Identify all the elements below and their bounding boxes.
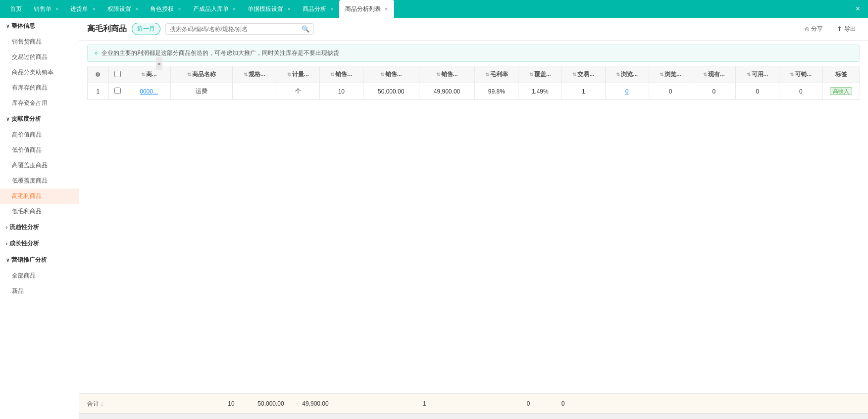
sort-icon: ⇅ (141, 72, 145, 77)
row-code[interactable]: 0000... (127, 83, 171, 100)
row-current-stock: 0 (692, 83, 736, 100)
nav-template-settings[interactable]: 单据模板设置 × (242, 0, 296, 18)
search-box[interactable]: 🔍 (165, 23, 314, 35)
sidebar-group-marketing[interactable]: ∨ 营销推广分析 (0, 252, 79, 268)
col-checkbox[interactable] (108, 66, 127, 83)
col-views1[interactable]: ⇅浏览... (605, 66, 649, 83)
sidebar-item-sales-goods[interactable]: 销售货商品 (0, 34, 79, 49)
chevron-right-icon: › (6, 241, 7, 246)
col-sellable[interactable]: ⇅可销... (779, 66, 822, 83)
close-icon[interactable]: × (178, 6, 181, 12)
sidebar-item-high-margin[interactable]: 高毛利商品 (0, 188, 79, 204)
nav-permission-settings[interactable]: 权限设置 × (102, 0, 144, 18)
row-gross-margin: 99.8% (475, 83, 518, 100)
sort-icon: ⇅ (436, 72, 440, 77)
sidebar-item-low-coverage[interactable]: 低覆盖度商品 (0, 173, 79, 188)
close-icon[interactable]: × (330, 6, 333, 12)
close-icon[interactable]: × (92, 6, 95, 12)
content-area: « 高毛利商品 近一月 🔍 ⎋ 分享 ⬆ 导出 ✧ (79, 18, 868, 419)
export-button[interactable]: ⬆ 导出 (833, 23, 860, 35)
sidebar-item-traded-goods[interactable]: 交易过的商品 (0, 49, 79, 65)
total-available: 0 (546, 400, 580, 407)
nav-purchase-order[interactable]: 进货单 × (64, 0, 101, 18)
nav-role-auth[interactable]: 角色授权 × (144, 0, 187, 18)
sidebar-item-category-sales-rate[interactable]: 商品分类助销率 (0, 65, 79, 80)
sort-icon: ⇅ (660, 72, 664, 77)
search-icon: 🔍 (302, 25, 309, 33)
col-sales-profit[interactable]: ⇅销售... (419, 66, 475, 83)
col-unit[interactable]: ⇅计量... (276, 66, 320, 83)
col-sales-qty[interactable]: ⇅销售... (319, 66, 363, 83)
col-code[interactable]: ⇅商... (127, 66, 171, 83)
sidebar-item-all-goods[interactable]: 全部商品 (0, 268, 79, 283)
sort-icon: ⇅ (529, 72, 533, 77)
chevron-down-icon: ∨ (6, 257, 9, 263)
total-label: 合计： (87, 400, 105, 408)
col-tag: 标签 (822, 66, 860, 83)
sidebar-item-in-stock-goods[interactable]: 有库存的商品 (0, 80, 79, 95)
total-sales-qty: 10 (214, 400, 249, 407)
col-views2[interactable]: ⇅浏览... (649, 66, 692, 83)
col-spec[interactable]: ⇅规格... (233, 66, 276, 83)
row-checkbox[interactable] (114, 88, 121, 94)
close-icon[interactable]: × (135, 6, 138, 12)
total-values: 10 50,000.00 49,900.00 1 0 0 (115, 400, 860, 407)
row-transactions: 1 (562, 83, 606, 100)
col-transactions[interactable]: ⇅交易... (562, 66, 606, 83)
nav-product-analysis[interactable]: 商品分析 × (297, 0, 339, 18)
nav-home[interactable]: 首页 (4, 0, 28, 18)
col-sales-amount[interactable]: ⇅销售... (363, 66, 419, 83)
close-icon[interactable]: × (233, 6, 236, 12)
total-placeholder-3 (442, 400, 511, 407)
sidebar-item-high-coverage[interactable]: 高覆盖度商品 (0, 158, 79, 173)
row-coverage: 1.49% (518, 83, 562, 100)
close-icon[interactable]: × (287, 6, 290, 12)
sidebar: ∨ 整体信息 销售货商品 交易过的商品 商品分类助销率 有库存的商品 库存资金占… (0, 18, 79, 419)
sidebar-item-low-margin[interactable]: 低毛利商品 (0, 204, 79, 219)
sidebar-group-overview[interactable]: ∨ 整体信息 (0, 18, 79, 34)
search-input[interactable] (170, 26, 300, 33)
data-table: ⚙ ⇅商... ⇅商品名称 ⇅规格... (87, 66, 860, 100)
info-banner: ✧ 企业的主要的利润都是这部分商品创造的，可考虑加大推广，同时关注库存是不要出现… (87, 45, 860, 62)
nav-sales-order[interactable]: 销售单 × (28, 0, 64, 18)
col-available[interactable]: ⇅可用... (736, 66, 779, 83)
row-views1[interactable]: 0 (605, 83, 649, 100)
footer-totals: 合计： 10 50,000.00 49,900.00 1 0 0 (79, 393, 868, 413)
chevron-down-icon: ∨ (6, 116, 9, 122)
close-all-button[interactable]: × (852, 4, 864, 13)
row-tag: 高收入 (822, 83, 860, 100)
horizontal-scrollbar[interactable] (79, 413, 868, 419)
row-sales-profit: 49,900.00 (419, 83, 475, 100)
sidebar-group-contribution[interactable]: ∨ 贡献度分析 (0, 111, 79, 127)
sidebar-group-trend[interactable]: › 流趋性分析 (0, 219, 79, 235)
select-all-checkbox[interactable] (114, 71, 121, 77)
close-icon[interactable]: × (55, 6, 58, 12)
share-button[interactable]: ⎋ 分享 (801, 23, 827, 35)
share-icon: ⎋ (805, 25, 809, 33)
row-spec (233, 83, 276, 100)
sidebar-collapse-button[interactable]: « (156, 57, 162, 70)
row-sales-qty: 10 (319, 83, 363, 100)
sort-icon: ⇅ (244, 72, 248, 77)
nav-finished-goods[interactable]: 产成品入库单 × (187, 0, 242, 18)
col-gross-margin[interactable]: ⇅毛利率 (475, 66, 518, 83)
nav-product-analysis-list[interactable]: 商品分析列表 × (339, 0, 394, 18)
period-button[interactable]: 近一月 (132, 23, 160, 35)
header-actions: ⎋ 分享 ⬆ 导出 (801, 23, 860, 35)
chevron-right-icon: › (6, 225, 7, 230)
sidebar-item-new-goods[interactable]: 新品 (0, 283, 79, 299)
col-gear[interactable]: ⚙ (88, 66, 109, 83)
sidebar-item-low-value[interactable]: 低价值商品 (0, 142, 79, 158)
info-icon: ✧ (94, 50, 99, 57)
sidebar-item-stock-capital[interactable]: 库存资金占用 (0, 95, 79, 111)
row-views2: 0 (649, 83, 692, 100)
content-header: 高毛利商品 近一月 🔍 ⎋ 分享 ⬆ 导出 (79, 18, 868, 41)
sidebar-group-growth[interactable]: › 成长性分析 (0, 235, 79, 252)
sidebar-item-high-value[interactable]: 高价值商品 (0, 127, 79, 142)
row-checkbox-cell[interactable] (108, 83, 127, 100)
col-coverage[interactable]: ⇅覆盖... (518, 66, 562, 83)
close-icon[interactable]: × (385, 6, 388, 12)
col-name[interactable]: ⇅商品名称 (171, 66, 233, 83)
col-current-stock[interactable]: ⇅现有... (692, 66, 736, 83)
row-num: 1 (88, 83, 109, 100)
